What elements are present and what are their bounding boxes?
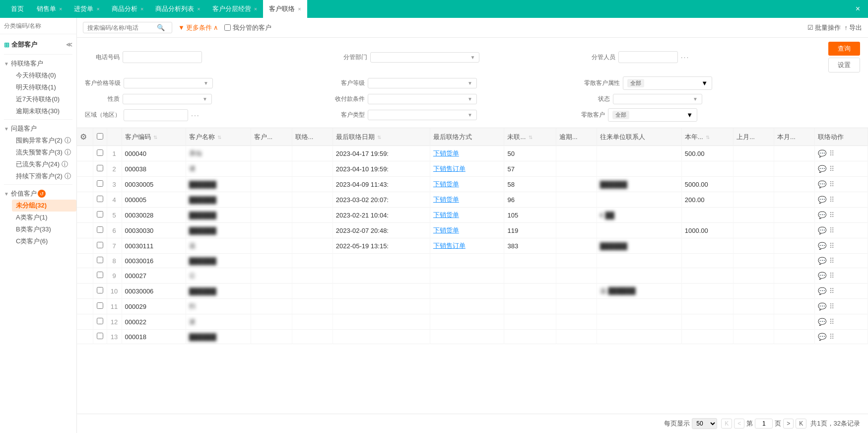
page-size-select[interactable]: 50 100 200 xyxy=(692,418,717,429)
sidebar-item-tomorrow-pending[interactable]: 明天待联络(1) xyxy=(12,81,76,93)
tab-product-analysis-list[interactable]: 商品分析列表 × xyxy=(149,0,206,18)
payment-select[interactable]: ▼ xyxy=(368,94,477,104)
value-customers-group[interactable]: ▼ 价值客户 ↺ xyxy=(0,187,76,200)
row-checkbox-cell[interactable] xyxy=(93,223,107,238)
close-all-tabs[interactable]: × xyxy=(852,4,864,13)
my-customers-checkbox[interactable]: 我分管的客户 xyxy=(224,23,271,32)
contact-icon[interactable]: 💬 xyxy=(818,226,826,234)
contact-header[interactable]: 联络... xyxy=(292,128,333,146)
sidebar-item-churn-warning[interactable]: 流失预警客户(3) ⓘ xyxy=(12,146,76,158)
code-sort-icon[interactable]: ⇅ xyxy=(153,135,157,140)
tab-customer-contact[interactable]: 客户联络 × xyxy=(263,0,307,18)
customer-tier-select[interactable]: ▼ xyxy=(368,78,477,88)
last-method-link[interactable]: 下销货单 xyxy=(433,180,459,188)
more-icon[interactable]: ⠿ xyxy=(829,149,834,157)
sidebar-item-churned[interactable]: 已流失客户(24) ⓘ xyxy=(12,158,76,170)
row-checkbox[interactable] xyxy=(97,165,103,171)
row-checkbox-cell[interactable] xyxy=(93,314,107,330)
this-month-header[interactable]: 本月... xyxy=(774,128,815,146)
close-customer-contact-tab[interactable]: × xyxy=(298,6,301,12)
sidebar-item-today-pending[interactable]: 今天待联络(0) xyxy=(12,70,76,81)
last-contact-method-header[interactable]: 最后联络方式 xyxy=(430,128,504,146)
overdue-header[interactable]: 逾期... xyxy=(556,128,597,146)
not-contacted-sort-icon[interactable]: ⇅ xyxy=(529,135,533,140)
more-icon[interactable]: ⠿ xyxy=(829,333,834,341)
row-checkbox-cell[interactable] xyxy=(93,299,107,314)
row-checkbox-cell[interactable] xyxy=(93,208,107,223)
row-checkbox-cell[interactable] xyxy=(93,177,107,192)
more-icon[interactable]: ⠿ xyxy=(829,257,834,265)
contact-icon[interactable]: 💬 xyxy=(818,257,826,265)
price-tier-select[interactable]: ▼ xyxy=(124,78,213,88)
row-checkbox[interactable] xyxy=(97,302,103,309)
customer-code-header[interactable]: 客户编码 ⇅ xyxy=(122,128,186,146)
select-all-checkbox[interactable] xyxy=(97,133,103,140)
refresh-badge[interactable]: ↺ xyxy=(38,190,46,198)
prev-page-btn[interactable]: < xyxy=(734,419,744,429)
gear-icon[interactable]: ⚙ xyxy=(80,133,87,141)
tab-product-analysis[interactable]: 商品分析 × xyxy=(106,0,149,18)
batch-operations-btn[interactable]: ☑ 批量操作 xyxy=(807,23,841,32)
problem-customers-group[interactable]: ▼ 问题客户 xyxy=(0,122,76,135)
status-select[interactable]: ▼ xyxy=(613,94,702,104)
this-year-header[interactable]: 本年... ⇅ xyxy=(681,128,733,146)
query-button[interactable]: 查询 xyxy=(828,42,860,56)
phone-input[interactable] xyxy=(123,51,202,63)
tab-sales[interactable]: 销售单 × xyxy=(31,0,68,18)
contact-icon[interactable]: 💬 xyxy=(818,318,826,326)
close-customer-tier-tab[interactable]: × xyxy=(254,6,257,12)
last-method-link[interactable]: 下销货单 xyxy=(433,149,459,157)
row-checkbox[interactable] xyxy=(97,333,103,339)
first-page-btn[interactable]: K xyxy=(721,419,732,429)
sidebar-item-class-b[interactable]: B类客户(33) xyxy=(12,223,76,235)
last-contact-date-header[interactable]: 最后联络日期 ⇅ xyxy=(333,128,430,146)
customer-type-select[interactable]: ▼ xyxy=(368,110,477,120)
contact-icon[interactable]: 💬 xyxy=(818,165,826,173)
row-checkbox-cell[interactable] xyxy=(93,268,107,284)
scattered-attr-select[interactable]: 全部 ▼ xyxy=(623,76,712,90)
last-method-link[interactable]: 下销售订单 xyxy=(433,165,466,172)
more-icon[interactable]: ⠿ xyxy=(829,318,834,326)
contact-icon[interactable]: 💬 xyxy=(818,302,826,310)
my-customers-checkbox-input[interactable] xyxy=(224,24,231,31)
contact-icon[interactable]: 💬 xyxy=(818,211,826,219)
contact-icon[interactable]: 💬 xyxy=(818,272,826,280)
customer-name-header[interactable]: 客户名称 ⇅ xyxy=(186,128,251,146)
row-checkbox-cell[interactable] xyxy=(93,330,107,344)
more-icon[interactable]: ⠿ xyxy=(829,180,834,188)
customer-type-header[interactable]: 客户... xyxy=(251,128,292,146)
sidebar-item-hoarding-abnormal[interactable]: 囤购异常客户(2) ⓘ xyxy=(12,135,76,146)
row-checkbox-cell[interactable] xyxy=(93,238,107,254)
tab-customer-tier[interactable]: 客户分层经营 × xyxy=(206,0,263,18)
date-sort-icon[interactable]: ⇅ xyxy=(377,135,381,140)
row-checkbox[interactable] xyxy=(97,287,103,293)
not-contacted-header[interactable]: 未联... ⇅ xyxy=(504,128,556,146)
row-checkbox-cell[interactable] xyxy=(93,192,107,208)
sidebar-item-7days-pending[interactable]: 近7天待联络(0) xyxy=(12,93,76,105)
more-icon[interactable]: ⠿ xyxy=(829,211,834,219)
collapse-all-icon[interactable]: ≪ xyxy=(66,41,72,48)
export-btn[interactable]: ↑ 导出 xyxy=(845,23,863,32)
row-checkbox[interactable] xyxy=(97,242,103,248)
sidebar-item-class-c[interactable]: C类客户(6) xyxy=(12,235,76,247)
search-icon[interactable]: 🔍 xyxy=(157,24,165,31)
last-method-link[interactable]: 下销货单 xyxy=(433,226,459,234)
scattered-customer-select[interactable]: 全部 ▼ xyxy=(608,108,697,122)
row-checkbox-cell[interactable] xyxy=(93,284,107,299)
contact-icon[interactable]: 💬 xyxy=(818,242,826,250)
last-page-btn[interactable]: K xyxy=(796,419,806,429)
next-page-btn[interactable]: > xyxy=(783,419,794,429)
nature-select[interactable]: ▼ xyxy=(123,94,212,104)
close-product-analysis-tab[interactable]: × xyxy=(140,6,143,12)
dept-select[interactable]: ▼ xyxy=(370,52,479,63)
row-checkbox-cell[interactable] xyxy=(93,146,107,161)
close-sales-tab[interactable]: × xyxy=(59,6,62,12)
pending-contact-group[interactable]: ▼ 待联络客户 xyxy=(0,57,76,70)
manager-dots-btn[interactable]: ··· xyxy=(681,53,690,61)
contact-icon[interactable]: 💬 xyxy=(818,287,826,295)
close-purchase-tab[interactable]: × xyxy=(96,6,99,12)
sidebar-item-overdue-pending[interactable]: 逾期未联络(30) xyxy=(12,105,76,117)
search-input[interactable] xyxy=(87,24,157,31)
row-checkbox[interactable] xyxy=(97,257,103,263)
tab-purchase[interactable]: 进货单 × xyxy=(68,0,105,18)
